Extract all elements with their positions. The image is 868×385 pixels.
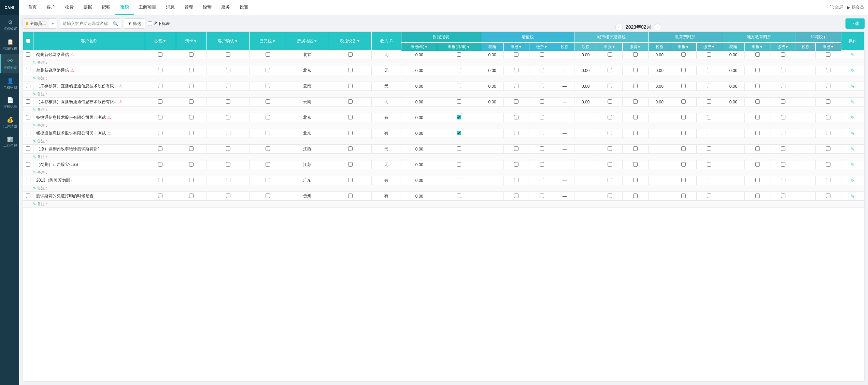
caibao-year-check[interactable] — [457, 84, 461, 88]
edit-icon[interactable]: ✎ — [851, 115, 855, 120]
chaoshui-checkbox[interactable] — [158, 68, 162, 72]
zz-jiaofei-checkbox[interactable] — [540, 131, 544, 135]
sidebar-item-huisuanqingjiao[interactable]: 💰 汇算清缴 — [0, 112, 19, 132]
cs-jiaofei-chk[interactable] — [633, 146, 638, 151]
jy-shenbao-chk[interactable] — [681, 84, 686, 88]
row-checkbox[interactable] — [26, 162, 30, 167]
row-checkbox[interactable] — [26, 84, 30, 88]
yinhua-shenbao-chk[interactable] — [826, 146, 830, 151]
note-edit-icon[interactable]: ✎ — [33, 108, 36, 112]
edit-icon[interactable]: ✎ — [851, 68, 855, 73]
zz-shenbao-checkbox[interactable] — [514, 146, 518, 151]
yiwansui-checkbox[interactable] — [266, 99, 270, 104]
df-shenbao-chk[interactable] — [755, 162, 760, 167]
df-jiaofei-chk[interactable] — [781, 131, 785, 135]
qingka-checkbox[interactable] — [189, 99, 194, 104]
caibao-year-check[interactable] — [457, 194, 461, 198]
sidebar-item-piliangshuishui[interactable]: 📋 批量报税 — [0, 34, 19, 54]
yinhua-shenbao-chk[interactable] — [826, 99, 830, 104]
kehurending-checkbox[interactable] — [226, 99, 230, 104]
download-button[interactable]: 下载 — [845, 18, 865, 29]
note-edit-icon[interactable]: ✎ — [33, 155, 36, 159]
caibao-year-check[interactable] — [457, 68, 461, 72]
edit-icon[interactable]: ✎ — [851, 84, 855, 89]
taxcontrol-checkbox[interactable] — [348, 162, 353, 167]
zz-shenbao-checkbox[interactable] — [514, 194, 518, 198]
yinhua-shenbao-chk[interactable] — [826, 52, 830, 57]
employee-filter-group[interactable]: 全部员工 ▼ — [23, 18, 57, 29]
cs-jiaofei-chk[interactable] — [633, 178, 638, 182]
zz-jiaofei-checkbox[interactable] — [540, 162, 544, 167]
nav-business[interactable]: 工商项目 — [134, 0, 161, 15]
chaoshui-checkbox[interactable] — [158, 131, 162, 135]
yiwansui-checkbox[interactable] — [266, 162, 270, 167]
note-edit-icon[interactable]: ✎ — [33, 202, 36, 206]
yinhua-shenbao-chk[interactable] — [826, 131, 830, 135]
nav-invoice[interactable]: 票据 — [79, 0, 97, 15]
cs-shenbao-chk[interactable] — [608, 68, 612, 72]
fullscreen-btn[interactable]: ⛶ 全屏 — [829, 4, 843, 10]
df-shenbao-chk[interactable] — [755, 52, 760, 57]
row-checkbox[interactable] — [26, 131, 30, 135]
caibao-year-check[interactable] — [457, 52, 461, 57]
df-jiaofei-chk[interactable] — [781, 99, 785, 104]
membership-btn[interactable]: ▶ 畅会员 — [847, 4, 864, 10]
kehurending-checkbox[interactable] — [226, 84, 230, 88]
row-checkbox[interactable] — [26, 146, 30, 151]
cs-jiaofei-chk[interactable] — [633, 131, 638, 135]
taxcontrol-checkbox[interactable] — [348, 131, 353, 135]
nav-fee[interactable]: 收费 — [60, 0, 79, 15]
df-jiaofei-chk[interactable] — [781, 68, 785, 72]
row-checkbox[interactable] — [26, 68, 30, 72]
jy-jiaofei-chk[interactable] — [707, 194, 711, 198]
row-checkbox[interactable] — [26, 115, 30, 119]
cs-shenbao-chk[interactable] — [608, 178, 612, 182]
zz-jiaofei-checkbox[interactable] — [540, 99, 544, 104]
edit-icon[interactable]: ✎ — [851, 162, 855, 168]
kehurending-checkbox[interactable] — [226, 146, 230, 151]
filter-button[interactable]: ▼ 筛选 — [124, 18, 145, 29]
df-shenbao-chk[interactable] — [755, 99, 760, 104]
row-checkbox[interactable] — [26, 52, 30, 57]
note-edit-icon[interactable]: ✎ — [33, 186, 36, 190]
namexia-biaobiao-checkbox[interactable] — [148, 22, 152, 26]
qingka-checkbox[interactable] — [189, 131, 194, 135]
yiwansui-checkbox[interactable] — [266, 52, 270, 57]
caibao-year-check[interactable] — [457, 131, 461, 135]
yinhua-shenbao-chk[interactable] — [826, 194, 830, 198]
kehurending-checkbox[interactable] — [226, 178, 230, 182]
qingka-checkbox[interactable] — [189, 68, 194, 72]
cs-jiaofei-chk[interactable] — [633, 194, 638, 198]
zz-jiaofei-checkbox[interactable] — [540, 52, 544, 57]
cs-jiaofei-chk[interactable] — [633, 115, 638, 119]
cs-jiaofei-chk[interactable] — [633, 68, 638, 72]
sidebar-item-geshuishenbao[interactable]: 👤 个税申报 — [0, 73, 19, 93]
nav-service[interactable]: 服务 — [216, 0, 235, 15]
jy-shenbao-chk[interactable] — [681, 99, 686, 104]
chaoshui-checkbox[interactable] — [158, 99, 162, 104]
taxcontrol-checkbox[interactable] — [348, 115, 353, 119]
taxcontrol-checkbox[interactable] — [348, 84, 353, 88]
prev-date-btn[interactable]: ‹ — [615, 24, 623, 31]
cs-shenbao-chk[interactable] — [608, 146, 612, 151]
nav-tax[interactable]: 报税 — [115, 0, 134, 15]
edit-icon[interactable]: ✎ — [851, 131, 855, 136]
qingka-checkbox[interactable] — [189, 115, 194, 119]
taxcontrol-checkbox[interactable] — [348, 146, 353, 151]
note-edit-icon[interactable]: ✎ — [33, 76, 36, 80]
zz-jiaofei-checkbox[interactable] — [540, 84, 544, 88]
chaoshui-checkbox[interactable] — [158, 52, 162, 57]
note-edit-icon[interactable]: ✎ — [33, 139, 36, 143]
taxcontrol-checkbox[interactable] — [348, 178, 353, 182]
taxcontrol-checkbox[interactable] — [348, 99, 353, 104]
yiwansui-checkbox[interactable] — [266, 146, 270, 151]
jy-jiaofei-chk[interactable] — [707, 178, 711, 182]
kehurending-checkbox[interactable] — [226, 68, 230, 72]
qingka-checkbox[interactable] — [189, 194, 194, 198]
edit-icon[interactable]: ✎ — [851, 178, 855, 183]
cs-shenbao-chk[interactable] — [608, 115, 612, 119]
jy-shenbao-chk[interactable] — [681, 178, 686, 182]
zz-jiaofei-checkbox[interactable] — [540, 194, 544, 198]
select-all-checkbox[interactable] — [26, 39, 30, 43]
yiwansui-checkbox[interactable] — [266, 178, 270, 182]
